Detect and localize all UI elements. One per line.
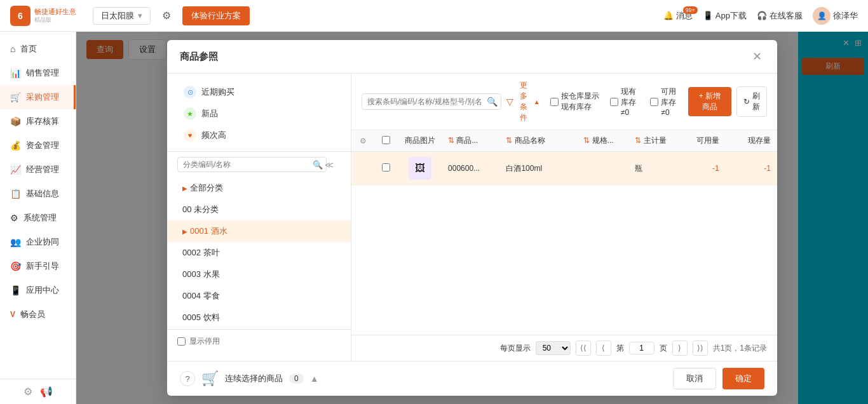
refresh-icon: ↻	[743, 97, 750, 106]
filter-check-warehouse[interactable]: 按仓库显示现有库存	[550, 91, 602, 112]
sidebar-item-member[interactable]: V 畅会员	[0, 302, 76, 327]
cart-icon: 🛒	[201, 370, 219, 386]
sidebar-speaker-icon[interactable]: 📢	[40, 386, 53, 398]
logo-area: 6 畅捷通好生意 精品版	[10, 6, 86, 26]
quick-link-new[interactable]: ★ 新品	[177, 103, 341, 125]
collapse-icon[interactable]: ≪	[323, 158, 336, 171]
row-select-checkbox[interactable]	[382, 163, 390, 172]
sales-icon: 📊	[10, 68, 21, 78]
sidebar-item-guide[interactable]: 🎯 新手引导	[0, 254, 76, 278]
purchase-icon: 🛒	[10, 92, 21, 102]
sidebar-item-sales[interactable]: 📊 销售管理	[0, 61, 76, 85]
sidebar-bottom: ⚙ 📢	[0, 379, 76, 404]
sidebar-item-inventory[interactable]: 📦 库存核算	[0, 109, 76, 133]
filter-options: 按仓库显示现有库存 现有库存≠0 可用库存≠0	[550, 86, 683, 117]
page-input[interactable]	[629, 342, 654, 354]
avatar: 👤	[813, 7, 831, 25]
modal-close-button[interactable]: ✕	[749, 49, 764, 64]
dropdown-arrow-icon: ▾	[138, 11, 142, 20]
sort-name-icon: ⇅	[506, 136, 512, 145]
page-label: 第	[616, 343, 624, 354]
member-icon: V	[10, 310, 15, 319]
next-page-btn[interactable]: ⟩	[672, 340, 688, 356]
notification-badge: 99+	[683, 6, 698, 14]
cat-item-tea[interactable]: 0002 茶叶	[167, 242, 351, 264]
cat-item-unclassified[interactable]: 00 未分类	[167, 199, 351, 220]
recent-icon: ⊙	[184, 86, 196, 98]
product-search-input[interactable]	[362, 93, 501, 110]
cancel-button[interactable]: 取消	[673, 368, 716, 389]
sidebar-item-system[interactable]: ⚙ 系统管理	[0, 206, 76, 230]
basic-info-icon: 📋	[10, 189, 21, 199]
ops-icon: 📈	[10, 165, 21, 175]
pagination: 每页显示 50 100 200 ⟨⟨ ⟨ 第 页 ⟩	[351, 335, 777, 361]
sidebar-item-operations[interactable]: 📈 经营管理	[0, 158, 76, 182]
row-code: 000600...	[442, 152, 499, 185]
new-icon: ★	[184, 107, 196, 120]
cart-icon-wrap[interactable]: 🛒	[201, 370, 219, 387]
divider-1	[167, 151, 351, 152]
col-name-header: ⇅ 商品名称	[499, 130, 577, 152]
sidebar-item-purchase[interactable]: 🛒 采购管理	[0, 85, 76, 109]
table-row[interactable]: 🖼 000600... 白酒100ml 瓶 -1 -1	[351, 152, 777, 185]
quick-link-frequent[interactable]: ♥ 频次高	[177, 125, 341, 146]
category-search-area: 🔍 ≪	[167, 157, 351, 177]
cart-label: 连续选择的商品	[225, 373, 283, 384]
settings-icon[interactable]: ⚙	[157, 6, 176, 25]
cat-item-drink[interactable]: 0005 饮料	[167, 307, 351, 328]
row-unit: 瓶	[628, 152, 674, 185]
app-download-item[interactable]: 📱 App下载	[703, 10, 747, 22]
last-page-btn[interactable]: ⟩⟩	[693, 340, 708, 356]
cat-item-snack[interactable]: 0004 零食	[167, 285, 351, 307]
sidebar-item-basic-info[interactable]: 📋 基础信息	[0, 182, 76, 206]
refresh-btn[interactable]: ↻ 刷新	[736, 86, 767, 117]
cat-item-wine[interactable]: ▶ 0001 酒水	[167, 220, 351, 242]
warehouse-checkbox[interactable]	[550, 98, 559, 106]
category-search-input[interactable]	[177, 157, 327, 172]
page-size-select[interactable]: 50 100 200	[536, 341, 571, 355]
avail-ne0-checkbox[interactable]	[650, 98, 658, 106]
filter-more-btn[interactable]: ▽ 更多条件 ▲	[506, 80, 540, 123]
modal-overlay: 商品参照 ✕ ⊙ 近期购买 ★ 新	[76, 32, 868, 404]
apps-icon: 📱	[10, 285, 21, 295]
store-dropdown[interactable]: 日太阳膜 ▾	[93, 7, 151, 25]
user-item[interactable]: 👤 徐泽华	[813, 7, 858, 25]
prev-page-btn[interactable]: ⟨	[596, 340, 611, 356]
sidebar-item-apps[interactable]: 📱 应用中心	[0, 278, 76, 302]
notification-item[interactable]: 🔔 消息 99+	[663, 10, 693, 22]
sidebar-settings-icon[interactable]: ⚙	[24, 386, 32, 398]
row-spec	[577, 152, 628, 185]
row-checkbox[interactable]	[375, 152, 398, 185]
table-gear-icon[interactable]: ⚙	[360, 137, 367, 145]
sidebar-item-enterprise[interactable]: 👥 企业协同	[0, 230, 76, 254]
bell-icon: 🔔	[663, 11, 674, 20]
filter-check-stock-ne0[interactable]: 现有库存≠0	[610, 86, 643, 117]
select-all-checkbox[interactable]	[382, 136, 390, 144]
modal-header: 商品参照 ✕	[167, 40, 777, 74]
top-nav: 6 畅捷通好生意 精品版 日太阳膜 ▾ ⚙ 体验行业方案 🔔 消息 99+ 📱 …	[0, 0, 868, 32]
product-search-icon[interactable]: 🔍	[487, 97, 498, 107]
stock-ne0-checkbox[interactable]	[610, 98, 618, 106]
sidebar-item-finance[interactable]: 💰 资金管理	[0, 133, 76, 158]
modal-right-panel: 🔍 ▽ 更多条件 ▲ 按仓库显示现有库存	[351, 74, 777, 361]
system-icon: ⚙	[10, 213, 18, 223]
show-disabled-checkbox[interactable]	[177, 337, 186, 346]
category-search-icon[interactable]: 🔍	[313, 160, 323, 170]
footer-up-icon[interactable]: ▲	[310, 374, 319, 384]
page-info: 共1页，1条记录	[713, 343, 767, 354]
add-product-btn[interactable]: + 新增商品	[688, 87, 731, 116]
experience-btn[interactable]: 体验行业方案	[182, 6, 250, 25]
sidebar-item-home[interactable]: ⌂ 首页	[0, 37, 76, 61]
confirm-button[interactable]: 确定	[722, 368, 764, 389]
cat-item-all[interactable]: ▶ 全部分类	[167, 177, 351, 199]
filter-check-avail-ne0[interactable]: 可用库存≠0	[650, 86, 683, 117]
quick-link-recent[interactable]: ⊙ 近期购买	[177, 81, 341, 103]
first-page-btn[interactable]: ⟨⟨	[576, 340, 591, 356]
online-service-item[interactable]: 🎧 在线客服	[757, 10, 803, 22]
search-bar: 🔍 ▽ 更多条件 ▲ 按仓库显示现有库存	[351, 74, 777, 130]
filter-arrow-icon: ▲	[534, 98, 540, 105]
cat-item-fruit[interactable]: 0003 水果	[167, 264, 351, 285]
col-unit-header: ⇅ 主计量	[628, 130, 674, 152]
help-icon[interactable]: ?	[180, 371, 195, 386]
logo-sub: 精品版	[34, 16, 76, 24]
